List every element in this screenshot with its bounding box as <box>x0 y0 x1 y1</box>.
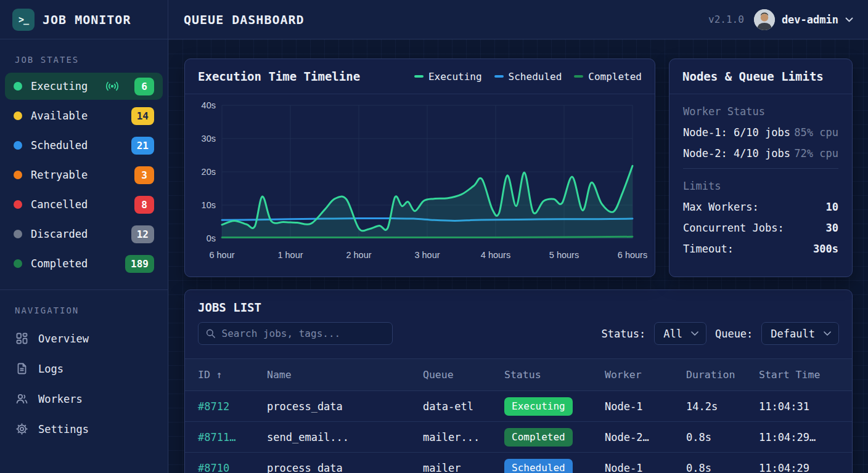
worker-status-row: Node-2: 4/10 jobs 72% cpu <box>683 147 838 160</box>
jobs-search <box>198 322 393 345</box>
limit-value: 10 <box>826 201 838 213</box>
job-name: send_email... <box>267 431 423 443</box>
job-start-time: 11:04:29 <box>759 462 852 473</box>
column-header[interactable]: Name <box>267 369 423 381</box>
y-axis-tick: 20s <box>202 167 216 177</box>
state-count-badge: 21 <box>131 137 154 155</box>
sidebar-state-item[interactable]: Retryable 3 <box>5 161 163 188</box>
job-duration: 0.8s <box>686 462 759 473</box>
jobs-table-body: #8712 process_data data-etl Executing No… <box>185 391 852 473</box>
state-dot-icon <box>14 259 22 268</box>
jobs-list-panel: JOBS LIST Status: All Queue: <box>184 289 853 473</box>
status-badge: Scheduled <box>504 459 573 473</box>
state-label: Cancelled <box>31 198 126 211</box>
y-axis-tick: 0s <box>207 233 216 243</box>
state-dot-icon <box>14 82 22 91</box>
version-label: v2.1.0 <box>708 14 744 25</box>
job-worker: Node-1 <box>605 400 686 413</box>
nav-item-workers[interactable]: Workers <box>0 384 168 414</box>
job-worker: Node-1 <box>605 462 686 473</box>
x-axis-tick: 5 hours <box>549 250 579 260</box>
state-dot-icon <box>14 200 22 209</box>
table-row[interactable]: #8712 process_data data-etl Executing No… <box>185 391 852 422</box>
state-label: Available <box>31 110 123 122</box>
state-label: Retryable <box>31 169 126 181</box>
status-filter-select[interactable]: All <box>654 322 706 345</box>
limit-row: Timeout: 300s <box>683 243 838 255</box>
column-header[interactable]: ID ↑ <box>198 369 267 381</box>
nav-item-label: Settings <box>38 423 89 435</box>
column-header[interactable]: Start Time <box>759 369 852 381</box>
search-input[interactable] <box>222 328 385 339</box>
job-queue: mailer... <box>423 431 504 443</box>
terminal-icon: >_ <box>12 9 35 31</box>
job-start-time: 11:04:31 <box>759 400 852 413</box>
x-axis-tick: 1 hour <box>277 250 303 260</box>
x-axis-tick: 3 hour <box>414 250 440 260</box>
status-badge: Completed <box>504 428 573 447</box>
job-queue: data-etl <box>423 400 504 413</box>
column-header[interactable]: Queue <box>423 369 504 381</box>
execution-timeline-panel: Execution Time Timeline Executing Schedu… <box>184 59 655 277</box>
job-start-time: 11:04:29… <box>759 431 852 443</box>
chevron-down-icon <box>824 331 831 336</box>
nav-item-logs[interactable]: Logs <box>0 354 168 384</box>
sidebar-divider <box>0 289 168 290</box>
state-count-badge: 3 <box>134 166 154 184</box>
x-axis-tick: 6 hour <box>209 250 234 260</box>
queue-filter-select[interactable]: Default <box>761 322 839 345</box>
job-queue: mailer <box>423 462 504 473</box>
legend-item[interactable]: Scheduled <box>494 71 562 83</box>
table-row[interactable]: #8711… send_email... mailer... Completed… <box>185 422 852 453</box>
search-icon <box>206 328 216 339</box>
state-dot-icon <box>14 171 22 179</box>
page-title: QUEUE DASHBOARD <box>184 12 305 27</box>
sidebar-state-item[interactable]: Discarded 12 <box>5 220 163 248</box>
sidebar-state-item[interactable]: Cancelled 8 <box>5 191 163 218</box>
worker-status-row: Node-1: 6/10 jobs 85% cpu <box>683 126 838 139</box>
nodes-panel-title: Nodes & Queue Limits <box>682 70 824 83</box>
state-count-badge: 14 <box>131 107 154 125</box>
sidebar-state-item-active[interactable]: Executing 6 <box>5 73 163 100</box>
avatar <box>754 9 775 30</box>
worker-status-label: Worker Status <box>683 105 838 118</box>
column-header[interactable]: Status <box>504 369 605 381</box>
legend-item[interactable]: Executing <box>414 71 482 83</box>
navigation-list: Overview Logs Workers Settings <box>0 323 168 444</box>
job-id[interactable]: #8710 <box>198 462 267 473</box>
state-dot-icon <box>14 141 22 150</box>
jobs-list-title: JOBS LIST <box>198 301 839 314</box>
sidebar-state-item[interactable]: Completed 189 <box>5 250 163 277</box>
nodes-divider <box>683 168 838 169</box>
topbar: QUEUE DASHBOARD v2.1.0 dev-admin <box>168 0 868 39</box>
legend-swatch-icon <box>494 75 504 78</box>
nav-item-settings[interactable]: Settings <box>0 414 168 444</box>
user-menu[interactable]: dev-admin <box>754 9 853 30</box>
legend-item[interactable]: Completed <box>574 71 642 83</box>
x-axis-tick: 4 hours <box>481 250 510 260</box>
job-name: process_data <box>267 400 423 413</box>
state-label: Completed <box>31 257 117 270</box>
job-states-list: Executing 6 Available 14 Scheduled 21 Re… <box>0 73 168 280</box>
nav-item-overview[interactable]: Overview <box>0 323 168 354</box>
table-row[interactable]: #8710 process_data mailer Scheduled Node… <box>185 453 852 473</box>
job-id[interactable]: #8712 <box>198 400 267 413</box>
jobs-table-header: ID ↑NameQueueStatusWorkerDurationStart T… <box>185 358 852 391</box>
sidebar: >_ JOB MONITOR JOB STATES Executing 6 Av… <box>0 0 168 473</box>
nav-item-label: Workers <box>38 393 83 405</box>
column-header[interactable]: Duration <box>686 369 759 381</box>
y-axis-tick: 10s <box>202 200 216 210</box>
sidebar-state-item[interactable]: Scheduled 21 <box>5 132 163 159</box>
app-title: JOB MONITOR <box>43 12 131 27</box>
job-id[interactable]: #8711… <box>198 431 267 443</box>
column-header[interactable]: Worker <box>605 369 686 381</box>
limit-row: Max Workers: 10 <box>683 201 838 213</box>
limit-row: Concurrent Jobs: 30 <box>683 222 838 234</box>
state-count-badge: 8 <box>134 196 154 214</box>
state-count-badge: 12 <box>131 225 154 243</box>
limit-value: 30 <box>826 222 838 234</box>
sidebar-state-item[interactable]: Available 14 <box>5 102 163 129</box>
grid-icon <box>15 332 28 345</box>
x-axis-tick: 2 hour <box>346 250 371 260</box>
job-worker: Node-2… <box>605 431 686 443</box>
